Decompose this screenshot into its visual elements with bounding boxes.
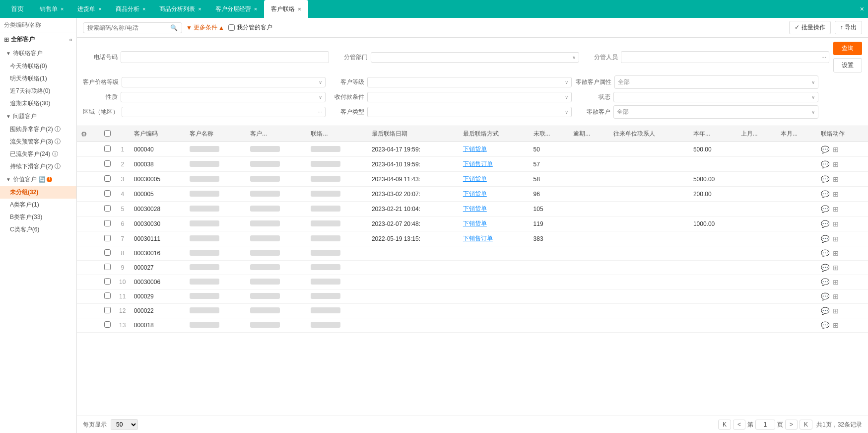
page-size-select[interactable]: 50 20 100 [111, 419, 138, 430]
row-last-contact-way[interactable]: 下销售订单 [459, 157, 530, 172]
no-contact-col-header[interactable]: 未联... [530, 126, 570, 142]
retail-customer-select[interactable]: 全部 ∨ [613, 105, 818, 119]
contact-btn[interactable]: 💬 [821, 190, 829, 198]
contact-btn[interactable]: 💬 [821, 220, 829, 228]
row-checkbox[interactable] [104, 249, 111, 256]
status-select[interactable]: ∨ [613, 92, 818, 102]
row-checkbox[interactable] [104, 160, 111, 167]
nature-select[interactable]: ∨ [121, 92, 326, 102]
phone-input[interactable] [121, 51, 329, 63]
more-action-btn[interactable]: ⊞ [833, 205, 839, 213]
row-checkbox[interactable] [104, 278, 111, 285]
more-action-btn[interactable]: ⊞ [833, 160, 839, 168]
my-customers-checkbox[interactable]: 我分管的客户 [228, 23, 272, 32]
last-contact-date-col-header[interactable]: 最后联络日期 [368, 126, 459, 142]
close-product-analysis-tab[interactable]: × [142, 6, 145, 12]
row-checkbox[interactable] [104, 307, 111, 313]
pending-contact-title[interactable]: ▼ 待联络客户 [0, 47, 76, 60]
row-checkbox[interactable] [104, 292, 111, 299]
row-checkbox[interactable] [104, 321, 111, 328]
all-customers-header[interactable]: ⊞ 全部客户 « [0, 32, 76, 47]
row-checkbox[interactable] [104, 145, 111, 152]
row-last-contact-way[interactable]: 下销货单 [459, 202, 530, 216]
sidebar-search-box[interactable]: 🔍 [0, 18, 76, 32]
row-checkbox[interactable] [104, 175, 111, 182]
row-last-contact-way[interactable]: 下销货单 [459, 142, 530, 157]
row-checkbox[interactable] [104, 264, 111, 270]
overdue-col-header[interactable]: 逾期... [569, 126, 609, 142]
more-action-btn[interactable]: ⊞ [833, 220, 839, 228]
value-customers-title[interactable]: ▼ 价值客户 🔄 ! [0, 173, 76, 186]
tab-product-analysis-list[interactable]: 商品分析列表 × [152, 0, 208, 18]
sidebar-search-input[interactable] [4, 21, 77, 28]
page-number-input[interactable] [755, 420, 775, 430]
row-last-contact-way[interactable] [459, 275, 530, 289]
row-last-contact-way[interactable] [459, 318, 530, 333]
contact-btn[interactable]: 💬 [821, 175, 829, 183]
close-customer-contact-tab[interactable]: × [298, 6, 301, 12]
reset-button[interactable]: 设置 [833, 58, 862, 72]
row-checkbox-cell[interactable] [100, 318, 115, 333]
row-checkbox-cell[interactable] [100, 261, 115, 275]
sidebar-item-overdue-contact[interactable]: 逾期未联络(30) [0, 97, 76, 110]
contact-btn[interactable]: 💬 [821, 264, 829, 272]
row-checkbox-cell[interactable] [100, 231, 115, 246]
manager-input[interactable] [621, 51, 829, 63]
row-last-contact-way[interactable]: 下销货单 [459, 216, 530, 231]
first-page-btn[interactable]: K [718, 420, 731, 430]
contact-btn[interactable]: 💬 [821, 278, 829, 286]
refresh-icon[interactable]: 🔄 [39, 176, 46, 183]
more-action-btn[interactable]: ⊞ [833, 321, 839, 329]
category-col-header[interactable]: 客户... [246, 126, 307, 142]
code-col-header[interactable]: 客户编码 [130, 126, 186, 142]
close-purchase-tab[interactable]: × [98, 6, 101, 12]
close-product-analysis-list-tab[interactable]: × [198, 6, 201, 12]
row-last-contact-way[interactable]: 下销售订单 [459, 231, 530, 246]
this-month-col-header[interactable]: 本月... [777, 126, 817, 142]
sidebar-item-class-b[interactable]: B类客户(33) [0, 211, 76, 223]
more-conditions-btn[interactable]: ▼ 更多条件 ▲ [186, 23, 224, 32]
row-checkbox-cell[interactable] [100, 289, 115, 304]
row-last-contact-way[interactable]: 下销货单 [459, 172, 530, 187]
row-checkbox-cell[interactable] [100, 172, 115, 187]
sidebar-item-7days[interactable]: 近7天待联络(0) [0, 85, 76, 97]
row-checkbox-cell[interactable] [100, 142, 115, 157]
customer-level-select[interactable]: ∨ [367, 77, 572, 87]
name-col-header[interactable]: 客户名称 [186, 126, 246, 142]
unit-contact-col-header[interactable]: 往来单位联系人 [609, 126, 689, 142]
row-checkbox[interactable] [104, 205, 111, 212]
tab-product-analysis[interactable]: 商品分析 × [109, 0, 152, 18]
contact-btn[interactable]: 💬 [821, 145, 829, 153]
my-customers-check[interactable] [228, 24, 235, 31]
search-input[interactable] [87, 24, 170, 31]
contact-col-header[interactable]: 联络... [307, 126, 367, 142]
more-action-btn[interactable]: ⊞ [833, 235, 839, 243]
contact-btn[interactable]: 💬 [821, 292, 829, 300]
tab-purchase[interactable]: 进货单 × [70, 0, 108, 18]
contact-btn[interactable]: 💬 [821, 249, 829, 257]
row-last-contact-way[interactable]: 下销货单 [459, 187, 530, 202]
close-all-btn[interactable]: × [860, 5, 864, 13]
this-year-col-header[interactable]: 本年... [689, 126, 737, 142]
region-select[interactable]: ··· [122, 107, 326, 117]
close-sales-tab[interactable]: × [61, 6, 64, 12]
row-last-contact-way[interactable] [459, 304, 530, 318]
row-checkbox-cell[interactable] [100, 187, 115, 202]
manager-dots[interactable]: ··· [821, 54, 826, 61]
export-button[interactable]: ↑ 导出 [835, 21, 862, 34]
contact-btn[interactable]: 💬 [821, 205, 829, 213]
price-level-select[interactable]: ∨ [122, 77, 326, 87]
contact-btn[interactable]: 💬 [821, 235, 829, 243]
last-month-col-header[interactable]: 上月... [737, 126, 777, 142]
row-checkbox-cell[interactable] [100, 157, 115, 172]
next-page-btn[interactable]: > [785, 420, 798, 430]
tab-sales[interactable]: 销售单 × [33, 0, 70, 18]
sidebar-item-declining[interactable]: 持续下滑客户(2) ⓘ [0, 160, 76, 173]
home-tab[interactable]: 首页 [4, 0, 31, 18]
dept-select[interactable]: ∨ [371, 52, 579, 63]
more-action-btn[interactable]: ⊞ [833, 145, 839, 153]
row-checkbox-cell[interactable] [100, 246, 115, 261]
problem-customers-title[interactable]: ▼ 问题客户 [0, 110, 76, 123]
batch-op-button[interactable]: ✓ 批量操作 [789, 21, 830, 34]
row-checkbox-cell[interactable] [100, 216, 115, 231]
